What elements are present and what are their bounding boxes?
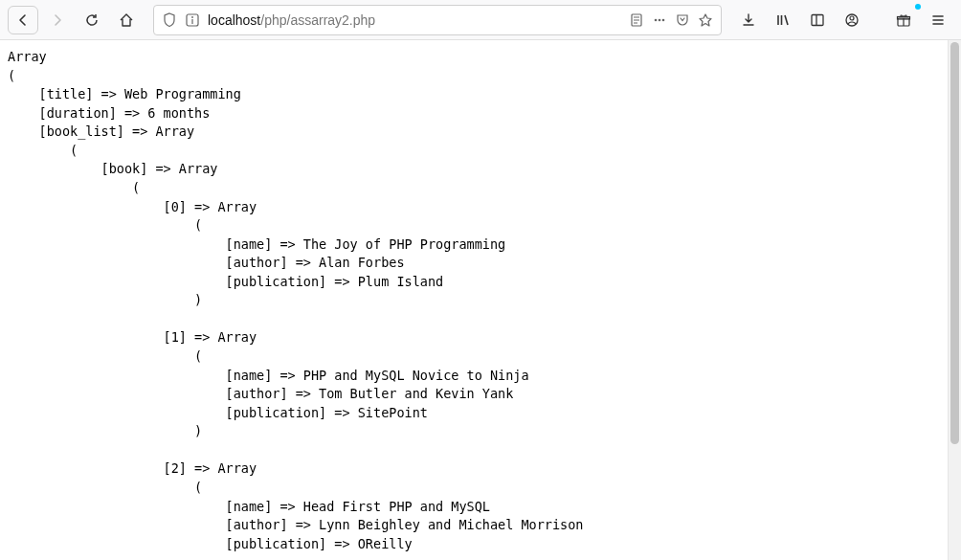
scrollbar-thumb[interactable]: [950, 42, 959, 444]
browser-toolbar: localhost/php/assarray2.php: [0, 0, 961, 40]
scrollbar[interactable]: [948, 40, 961, 560]
shield-icon[interactable]: [162, 12, 177, 28]
reader-icon[interactable]: [629, 12, 644, 28]
library-button[interactable]: [768, 6, 798, 34]
toolbar-right: [733, 6, 953, 34]
forward-button: [42, 6, 73, 34]
svg-point-1: [191, 16, 193, 18]
content-area: Array ( [title] => Web Programming [dura…: [0, 40, 961, 560]
more-icon[interactable]: [652, 12, 667, 28]
svg-point-9: [662, 18, 665, 21]
account-button[interactable]: [837, 6, 867, 34]
svg-rect-13: [812, 14, 823, 25]
bookmark-icon[interactable]: [698, 12, 713, 28]
menu-button[interactable]: [923, 6, 953, 34]
page-output: Array ( [title] => Web Programming [dura…: [0, 40, 948, 560]
address-bar[interactable]: localhost/php/assarray2.php: [153, 5, 722, 35]
info-icon[interactable]: [185, 12, 200, 28]
svg-point-7: [655, 18, 658, 21]
downloads-button[interactable]: [733, 6, 764, 34]
whatsnew-button[interactable]: [888, 6, 919, 34]
svg-point-16: [850, 16, 854, 20]
home-button[interactable]: [111, 6, 142, 34]
svg-line-12: [785, 15, 788, 25]
svg-point-8: [659, 18, 661, 21]
svg-rect-2: [191, 19, 192, 24]
url-text: localhost/php/assarray2.php: [208, 12, 621, 28]
reload-button[interactable]: [77, 6, 107, 34]
pocket-icon[interactable]: [675, 12, 690, 28]
sidebar-button[interactable]: [802, 6, 833, 34]
back-button[interactable]: [8, 6, 38, 34]
